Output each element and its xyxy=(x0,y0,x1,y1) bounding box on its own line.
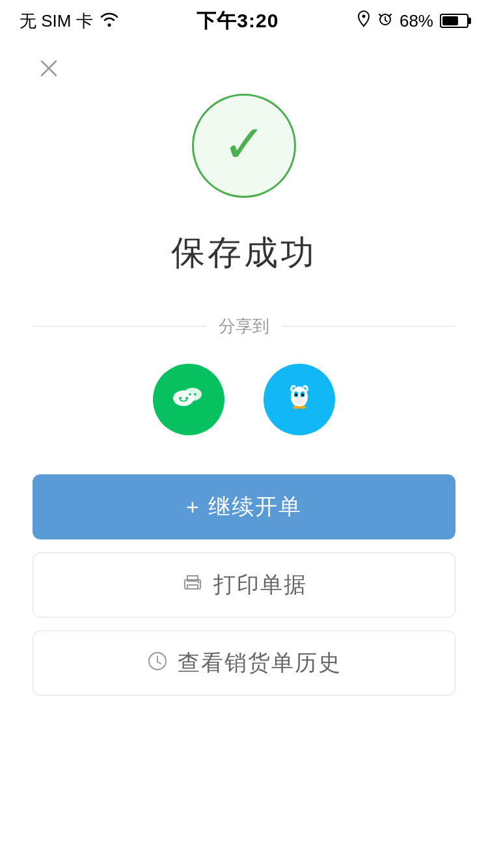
share-icons xyxy=(33,364,455,435)
svg-point-18 xyxy=(299,406,306,409)
share-qq-button[interactable] xyxy=(264,364,335,435)
share-label: 分享到 xyxy=(206,315,282,338)
svg-point-8 xyxy=(189,393,191,396)
svg-point-22 xyxy=(198,582,200,584)
status-time: 下午3:20 xyxy=(197,8,278,34)
svg-point-14 xyxy=(301,394,304,396)
close-button[interactable] xyxy=(33,52,65,85)
continue-order-label: 继续开单 xyxy=(208,492,302,522)
print-icon xyxy=(181,571,204,599)
svg-rect-21 xyxy=(187,585,198,589)
main-content: ✓ 保存成功 分享到 xyxy=(0,42,488,696)
share-divider: 分享到 xyxy=(33,315,455,338)
svg-point-17 xyxy=(293,406,299,409)
view-history-button[interactable]: 查看销货单历史 xyxy=(33,631,455,696)
svg-point-6 xyxy=(179,397,182,400)
wifi-icon xyxy=(100,11,119,31)
svg-point-16 xyxy=(295,397,304,405)
success-title: 保存成功 xyxy=(171,230,317,276)
success-circle: ✓ xyxy=(192,94,296,198)
status-left: 无 SIM 卡 xyxy=(20,10,119,33)
history-icon xyxy=(146,650,169,677)
battery-icon xyxy=(440,14,468,28)
print-receipt-button[interactable]: 打印单据 xyxy=(33,552,455,617)
divider-right xyxy=(282,326,455,327)
print-receipt-label: 打印单据 xyxy=(213,570,307,600)
status-right: 68% xyxy=(357,10,468,32)
svg-point-9 xyxy=(194,393,197,396)
battery-percent: 68% xyxy=(400,11,433,31)
location-icon xyxy=(357,10,371,32)
share-wechat-button[interactable] xyxy=(153,364,224,435)
plus-icon: + xyxy=(186,495,199,520)
svg-point-0 xyxy=(362,14,365,18)
status-bar: 无 SIM 卡 下午3:20 68% xyxy=(0,0,488,42)
alarm-icon xyxy=(377,10,393,32)
view-history-label: 查看销货单历史 xyxy=(178,648,342,678)
share-section: 分享到 xyxy=(0,315,488,435)
svg-point-7 xyxy=(185,397,188,400)
checkmark-icon: ✓ xyxy=(223,118,266,170)
continue-order-button[interactable]: + 继续开单 xyxy=(33,474,455,539)
svg-point-13 xyxy=(295,394,297,396)
action-buttons: + 继续开单 打印单据 查看销货单历史 xyxy=(0,474,488,696)
divider-left xyxy=(33,326,206,327)
carrier-text: 无 SIM 卡 xyxy=(20,10,93,33)
